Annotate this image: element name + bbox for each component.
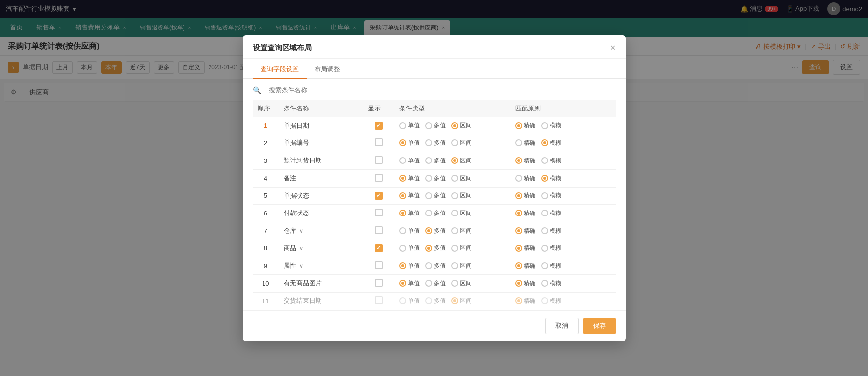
th-name: 条件名称 xyxy=(279,100,363,106)
modal-overlay: 设置查询区域布局 × 查询字段设置 布局调整 🔍 顺序 条件名称 显示 条件类型 xyxy=(0,0,868,106)
search-icon: 🔍 xyxy=(253,86,261,94)
modal-search-area: 🔍 xyxy=(243,79,626,100)
tab-layout-adjust[interactable]: 布局调整 xyxy=(307,61,348,79)
modal-tabs: 查询字段设置 布局调整 xyxy=(243,61,626,79)
tab-query-field-settings[interactable]: 查询字段设置 xyxy=(253,61,307,79)
modal-table-wrap: 顺序 条件名称 显示 条件类型 匹配原则 1单据日期 单值 xyxy=(243,100,626,106)
modal-table: 顺序 条件名称 显示 条件类型 匹配原则 1单据日期 单值 xyxy=(253,100,616,106)
th-order: 顺序 xyxy=(253,100,279,106)
modal-title: 设置查询区域布局 xyxy=(253,43,312,53)
search-input[interactable] xyxy=(265,84,616,96)
th-type: 条件类型 xyxy=(395,100,510,106)
modal-header: 设置查询区域布局 × xyxy=(243,35,626,59)
th-match: 匹配原则 xyxy=(510,100,616,106)
th-show: 显示 xyxy=(363,100,395,106)
settings-modal: 设置查询区域布局 × 查询字段设置 布局调整 🔍 顺序 条件名称 显示 条件类型 xyxy=(243,35,626,106)
modal-close-button[interactable]: × xyxy=(610,43,616,52)
modal-table-header-row: 顺序 条件名称 显示 条件类型 匹配原则 xyxy=(253,100,616,106)
